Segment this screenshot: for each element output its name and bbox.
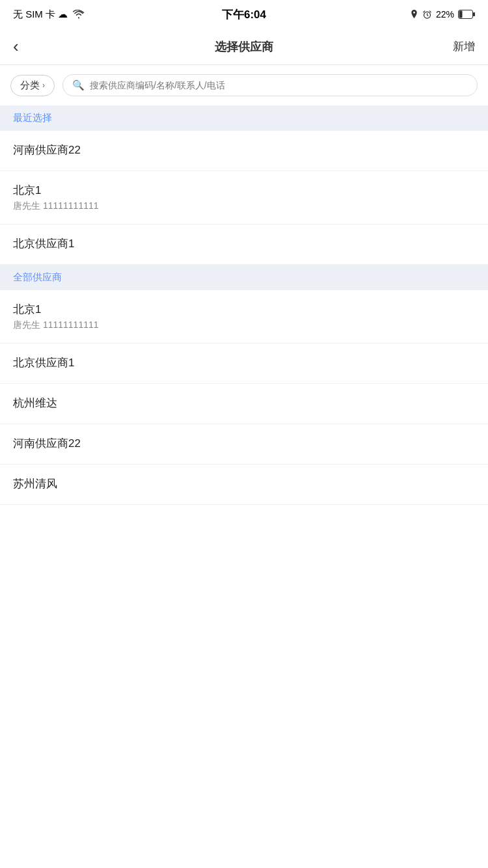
list-item[interactable]: 河南供应商22 bbox=[0, 424, 488, 465]
alarm-icon bbox=[422, 10, 432, 20]
chevron-right-icon: › bbox=[42, 81, 45, 90]
item-contact: 唐先生 11111111111 bbox=[13, 200, 475, 212]
filter-bar: 分类 › 🔍 bbox=[0, 65, 488, 105]
new-add-button[interactable]: 新增 bbox=[453, 39, 475, 54]
all-items-list: 北京1唐先生 11111111111北京供应商1杭州维达河南供应商22苏州清风 bbox=[0, 290, 488, 505]
item-contact: 唐先生 11111111111 bbox=[13, 319, 475, 331]
search-box[interactable]: 🔍 bbox=[62, 74, 478, 96]
list-item[interactable]: 北京供应商1 bbox=[0, 344, 488, 384]
list-item[interactable]: 河南供应商22 bbox=[0, 131, 488, 171]
battery-icon bbox=[458, 10, 475, 19]
all-section-header: 全部供应商 bbox=[0, 265, 488, 290]
all-section-label: 全部供应商 bbox=[13, 271, 62, 282]
list-item[interactable]: 苏州清风 bbox=[0, 465, 488, 505]
item-name: 北京供应商1 bbox=[13, 355, 475, 370]
location-icon bbox=[410, 10, 418, 20]
no-sim-label: 无 SIM 卡 ☁ bbox=[13, 8, 68, 21]
category-button[interactable]: 分类 › bbox=[10, 75, 55, 96]
item-name: 北京1 bbox=[13, 302, 475, 317]
list-item[interactable]: 北京1唐先生 11111111111 bbox=[0, 171, 488, 224]
list-item[interactable]: 北京供应商1 bbox=[0, 224, 488, 265]
back-button[interactable]: ‹ bbox=[13, 36, 19, 57]
recent-section-header: 最近选择 bbox=[0, 105, 488, 131]
status-right: 22% bbox=[410, 9, 475, 20]
status-bar: 无 SIM 卡 ☁ 下午6:04 22% bbox=[0, 0, 488, 29]
wifi-icon bbox=[73, 10, 85, 19]
status-left: 无 SIM 卡 ☁ bbox=[13, 8, 85, 21]
nav-bar: ‹ 选择供应商 新增 bbox=[0, 29, 488, 65]
page-title: 选择供应商 bbox=[215, 39, 273, 55]
search-input[interactable] bbox=[90, 80, 468, 90]
svg-rect-3 bbox=[473, 12, 475, 16]
item-name: 北京供应商1 bbox=[13, 236, 475, 251]
search-icon: 🔍 bbox=[72, 79, 85, 91]
item-name: 北京1 bbox=[13, 183, 475, 198]
list-item[interactable]: 北京1唐先生 11111111111 bbox=[0, 290, 488, 344]
item-name: 河南供应商22 bbox=[13, 142, 475, 157]
item-name: 杭州维达 bbox=[13, 396, 475, 411]
category-label: 分类 bbox=[20, 79, 40, 92]
status-time: 下午6:04 bbox=[222, 7, 266, 22]
battery-label: 22% bbox=[436, 9, 454, 20]
list-item[interactable]: 杭州维达 bbox=[0, 384, 488, 424]
recent-section-label: 最近选择 bbox=[13, 112, 52, 123]
recent-items-list: 河南供应商22北京1唐先生 11111111111北京供应商1 bbox=[0, 131, 488, 265]
svg-rect-2 bbox=[459, 11, 463, 18]
item-name: 苏州清风 bbox=[13, 476, 475, 491]
item-name: 河南供应商22 bbox=[13, 436, 475, 451]
